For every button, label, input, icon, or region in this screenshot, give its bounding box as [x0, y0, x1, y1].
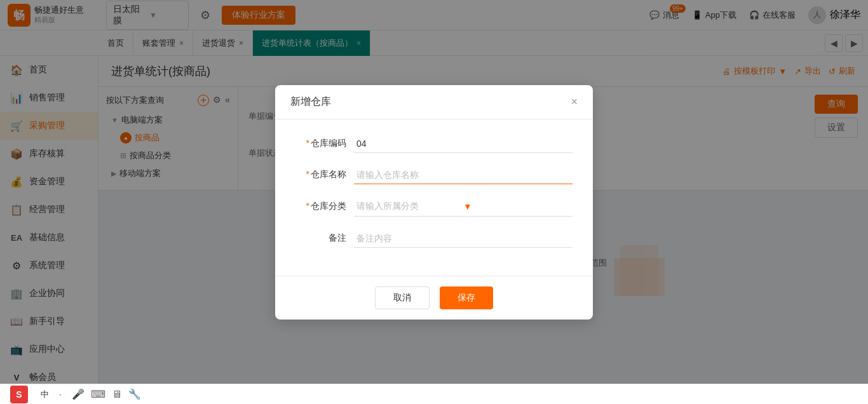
- warehouse-category-select[interactable]: 请输入所属分类 ▼: [354, 197, 573, 217]
- form-row-name: *仓库名称: [295, 166, 573, 184]
- warehouse-name-label: *仓库名称: [295, 169, 346, 180]
- required-star-category: *: [306, 201, 309, 211]
- mic-icon[interactable]: 🎤: [72, 388, 85, 400]
- required-star-code: *: [306, 138, 309, 148]
- category-placeholder: 请输入所属分类: [356, 201, 463, 212]
- form-row-code: *仓库编码: [295, 135, 573, 153]
- warehouse-name-input[interactable]: [354, 166, 573, 184]
- dialog-header: 新增仓库 ×: [275, 85, 593, 119]
- cancel-button[interactable]: 取消: [375, 286, 430, 309]
- category-dropdown-arrow: ▼: [463, 201, 570, 212]
- status-dot-label: ·: [59, 389, 62, 399]
- remark-label: 备注: [295, 232, 346, 244]
- status-icons: 🎤 ⌨ 🖥 🔧: [72, 388, 141, 400]
- modal-overlay[interactable]: 新增仓库 × *仓库编码 *仓库名称 *仓库分类: [0, 0, 868, 404]
- remark-input[interactable]: [354, 229, 573, 248]
- dialog-body: *仓库编码 *仓库名称 *仓库分类 请输入所属分类 ▼: [275, 119, 593, 276]
- form-row-category: *仓库分类 请输入所属分类 ▼: [295, 197, 573, 217]
- dialog-close-button[interactable]: ×: [571, 96, 578, 107]
- warehouse-code-input[interactable]: [354, 135, 573, 153]
- dialog-footer: 取消 保存: [275, 276, 593, 320]
- status-zhong-label: 中: [41, 389, 49, 400]
- keyboard-icon[interactable]: ⌨: [91, 388, 105, 400]
- form-row-remark: 备注: [295, 229, 573, 248]
- required-star-name: *: [306, 169, 309, 179]
- warehouse-category-label: *仓库分类: [295, 201, 346, 212]
- status-logo: S: [10, 386, 28, 403]
- dialog-title: 新增仓库: [290, 95, 331, 109]
- warehouse-code-label: *仓库编码: [295, 138, 346, 149]
- status-bar: S 中 · 🎤 ⌨ 🖥 🔧: [0, 384, 868, 404]
- tools-icon[interactable]: 🔧: [128, 388, 141, 400]
- new-warehouse-dialog: 新增仓库 × *仓库编码 *仓库名称 *仓库分类: [275, 85, 593, 320]
- save-button[interactable]: 保存: [440, 286, 493, 309]
- monitor-icon[interactable]: 🖥: [112, 389, 122, 400]
